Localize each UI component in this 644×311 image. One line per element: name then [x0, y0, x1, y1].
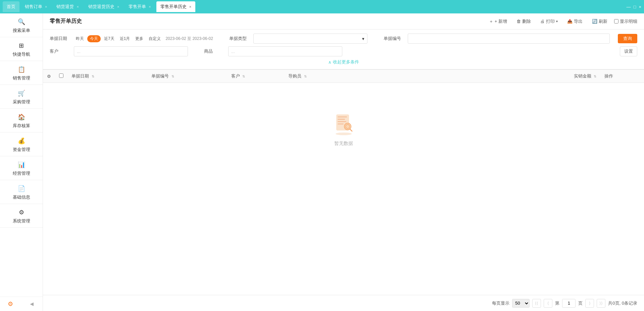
svg-rect-3 [338, 119, 345, 120]
window-close-btn[interactable]: × [639, 4, 641, 9]
delete-icon: 🗑 [516, 19, 521, 24]
col-customer[interactable]: 客户 ⇅ [227, 70, 284, 83]
goods-select[interactable]: ... [228, 46, 342, 56]
tab-sales-return[interactable]: 销货退货 × [52, 1, 83, 12]
tab-sales-return-history[interactable]: 销货退货历史 × [84, 1, 123, 12]
col-date[interactable]: 单据日期 ⇅ [67, 70, 147, 83]
sidebar-item-sales[interactable]: 📋 销售管理 [0, 61, 43, 85]
add-button[interactable]: ＋ + 新增 [486, 17, 510, 26]
tab-retail-open-history-label: 零售开单历史 [160, 4, 187, 10]
sidebar-item-quick-nav-label: 快捷导航 [13, 51, 30, 57]
col-spacer [353, 70, 521, 83]
operations-icon: 📊 [18, 161, 25, 168]
add-label: + 新增 [495, 18, 507, 24]
col-no[interactable]: 单据编号 ⇅ [147, 70, 227, 83]
col-date-sort[interactable]: ⇅ [92, 74, 94, 78]
table-settings-icon[interactable]: ⚙ [47, 74, 51, 79]
sidebar-item-search[interactable]: 🔍 搜索采单 [0, 13, 43, 37]
tab-sales-return-close[interactable]: × [77, 5, 79, 9]
sidebar-item-inventory[interactable]: 🏠 库存核算 [0, 109, 43, 133]
col-settings[interactable]: ⚙ [43, 70, 55, 83]
tab-sales-return-history-close[interactable]: × [117, 5, 119, 9]
maximize-btn[interactable]: □ [634, 4, 636, 9]
sidebar-item-finance[interactable]: 💰 资金管理 [0, 133, 43, 156]
minimize-btn[interactable]: — [627, 4, 631, 9]
customer-select[interactable]: ... [74, 46, 188, 56]
customer-placeholder: ... [77, 49, 81, 54]
table-head: ⚙ 单据日期 ⇅ 单据编号 ⇅ [43, 70, 644, 83]
date-btn-yesterday[interactable]: 昨天 [74, 35, 86, 42]
date-btn-7days[interactable]: 近7天 [102, 35, 116, 42]
first-page-btn[interactable]: ⟨⟨ [532, 299, 541, 308]
tab-sales-order-close[interactable]: × [45, 5, 47, 9]
print-button[interactable]: 🖨 打印 ▾ [538, 17, 560, 26]
svg-rect-5 [338, 123, 344, 124]
query-label: 查询 [623, 36, 632, 42]
tab-sales-order[interactable]: 销售订单 × [21, 1, 51, 12]
sidebar-settings-btn[interactable]: ⚙ [8, 300, 13, 308]
col-amount-label: 实销金额 [574, 73, 591, 79]
tab-retail-open-history-close[interactable]: × [189, 5, 191, 9]
sidebar-item-operations[interactable]: 📊 经营管理 [0, 156, 43, 180]
sidebar-collapse-btn[interactable]: ◄ [29, 301, 35, 308]
empty-state: 暂无数据 [43, 83, 644, 173]
sidebar-item-purchase[interactable]: 🛒 采购管理 [0, 85, 43, 109]
sidebar-item-quick-nav[interactable]: ⊞ 快捷导航 [0, 37, 43, 61]
tab-retail-open[interactable]: 零售开单 × [125, 1, 155, 12]
sidebar-bottom: ⚙ ◄ [0, 297, 43, 311]
filter-area: 单据日期 昨天 今天 近7天 近1月 更多 自定义 2023-06-02 至 2… [43, 30, 644, 69]
date-btn-today[interactable]: 今天 [87, 35, 101, 42]
bill-type-select[interactable]: ▾ [253, 34, 367, 44]
last-page-btn[interactable]: ⟩⟩ [597, 299, 605, 308]
refresh-label: 刷新 [599, 18, 607, 24]
col-salesperson-label: 导购员 [288, 73, 301, 79]
bill-type-dropdown-icon: ▾ [362, 36, 364, 41]
header-actions: ＋ + 新增 🗑 删除 🖨 打印 ▾ 📤 导出 🔄 [486, 17, 637, 26]
refresh-icon: 🔄 [592, 19, 597, 24]
table-body: 暂无数据 [43, 83, 644, 174]
next-page-btn[interactable]: ⟩ [585, 299, 594, 308]
show-detail-checkbox[interactable]: 显示明细 [614, 18, 637, 24]
collapse-up-icon: ∧ [328, 60, 332, 65]
basic-info-icon: 📄 [18, 185, 25, 192]
date-btn-custom[interactable]: 自定义 [147, 35, 163, 42]
prev-page-btn[interactable]: ⟨ [544, 299, 552, 308]
collapse-filter-btn[interactable]: ∧ 收起更多条件 [50, 59, 637, 65]
sidebar-item-search-label: 搜索采单 [13, 28, 30, 34]
date-btn-1month[interactable]: 近1月 [118, 35, 132, 42]
bill-no-label: 单据编号 [384, 36, 402, 42]
col-salesperson[interactable]: 导购员 ⇅ [284, 70, 353, 83]
date-btn-more[interactable]: 更多 [133, 35, 145, 42]
tab-sales-return-history-label: 销货退货历史 [88, 4, 114, 10]
settings-button[interactable]: 设置 [620, 46, 637, 56]
tab-retail-open-history[interactable]: 零售开单历史 × [156, 1, 195, 12]
col-amount-sort[interactable]: ⇅ [594, 74, 596, 78]
col-salesperson-sort[interactable]: ⇅ [304, 74, 307, 78]
date-filter-label: 单据日期 [50, 36, 68, 42]
col-no-sort[interactable]: ⇅ [171, 74, 174, 78]
tab-retail-open-close[interactable]: × [149, 5, 151, 9]
search-icon: 🔍 [18, 18, 25, 25]
page-title: 零售开单历史 [50, 18, 82, 25]
delete-button[interactable]: 🗑 删除 [514, 17, 534, 26]
col-amount[interactable]: 实销金额 ⇅ [521, 70, 600, 83]
select-all-checkbox[interactable] [59, 73, 63, 78]
export-button[interactable]: 📤 导出 [564, 17, 585, 26]
sidebar-item-system[interactable]: ⚙ 系统管理 [0, 204, 43, 228]
show-detail-input[interactable] [614, 19, 618, 23]
query-button[interactable]: 查询 [618, 34, 637, 43]
bill-no-input[interactable] [408, 34, 610, 44]
tab-home[interactable]: 首页 [3, 1, 19, 12]
inventory-icon: 🏠 [18, 113, 25, 121]
refresh-button[interactable]: 🔄 刷新 [589, 17, 610, 26]
col-customer-sort[interactable]: ⇅ [242, 74, 245, 78]
window-controls: — □ × [627, 4, 641, 9]
page-input[interactable] [562, 299, 576, 308]
table-area: ⚙ 单据日期 ⇅ 单据编号 ⇅ [43, 69, 644, 295]
svg-point-0 [336, 133, 352, 135]
col-check[interactable] [55, 70, 67, 83]
sidebar-item-basic-info[interactable]: 📄 基础信息 [0, 180, 43, 204]
page-size-select[interactable]: 10 20 50 100 [512, 299, 530, 308]
delete-label: 删除 [522, 18, 531, 24]
export-label: 导出 [574, 18, 583, 24]
